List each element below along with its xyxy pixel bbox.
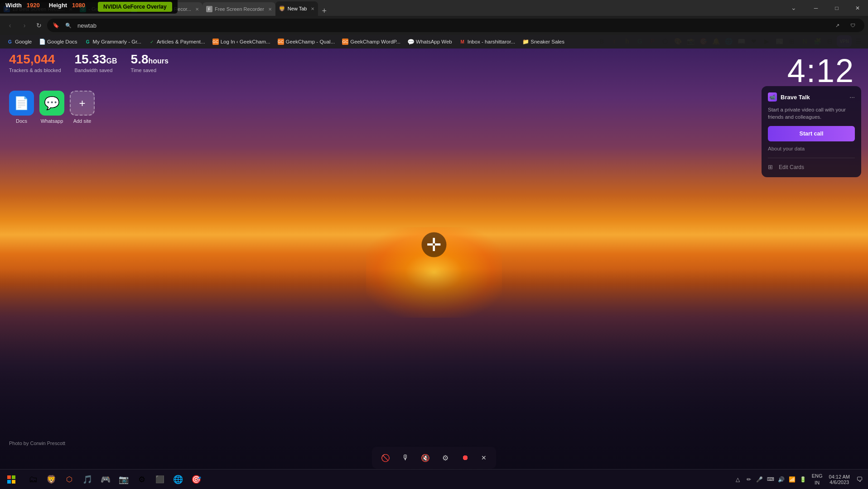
bookmark-geekchamp3[interactable]: GC GeekChamp WordP...: [339, 38, 404, 46]
spotify-taskbar[interactable]: 🎵: [79, 471, 96, 488]
share-icon: ↗: [831, 19, 844, 32]
bookmark-articles[interactable]: ✓ Articles & Payment...: [145, 38, 208, 46]
bookmark-whatsapp[interactable]: 💬 WhatsApp Web: [405, 38, 455, 46]
start-call-button[interactable]: Start call: [768, 126, 855, 141]
bookmark-grammarly[interactable]: G My Grammarly - Gr...: [82, 38, 145, 46]
brave-talk-title: Brave Talk: [781, 94, 810, 101]
chrome-taskbar[interactable]: 🌐: [169, 471, 187, 488]
bookmarks-bar: G Google 📄 Google Docs G My Grammarly - …: [0, 35, 868, 48]
record-button[interactable]: ⏺: [457, 450, 473, 466]
tab-overflow[interactable]: ⌄: [787, 1, 800, 14]
clock-display: 4:12: [787, 52, 854, 89]
bookmark-inbox[interactable]: M Inbox - harshittaror...: [456, 38, 518, 46]
reload-button[interactable]: ↻: [33, 19, 45, 32]
shortcut-docs[interactable]: 📄 Docs: [9, 91, 34, 124]
tray-pen[interactable]: ✏: [744, 474, 754, 484]
grammarly-favicon: G: [85, 39, 91, 45]
bandwidth-label: Bandwidth saved: [75, 68, 117, 73]
tab-3-close[interactable]: ✕: [195, 7, 199, 12]
bottom-toolbar: 🚫 🎙 🔇 ⚙ ⏺ ✕: [372, 447, 496, 469]
terminal-taskbar[interactable]: ⬛: [151, 471, 169, 488]
language-indicator[interactable]: ENG IN: [812, 473, 823, 486]
tab-5-active[interactable]: 🦁 New Tab ✕: [275, 1, 318, 16]
app3-taskbar[interactable]: ⬡: [61, 471, 78, 488]
photo-credit: Photo by Corwin Prescott: [9, 441, 65, 446]
google-favicon: G: [7, 39, 13, 45]
bookmark-inbox-label: Inbox - harshittaror...: [468, 39, 515, 44]
steam-taskbar[interactable]: 🎮: [97, 471, 114, 488]
edit-cards-row[interactable]: ⊞ Edit Cards: [768, 164, 855, 171]
taskbar-clock[interactable]: 04:12 AM 4/6/2023: [826, 474, 853, 485]
brave-taskbar[interactable]: 🦁: [43, 471, 60, 488]
tab-5-favicon: 🦁: [279, 5, 285, 12]
bandwidth-stat: 15.33GB Bandwidth saved: [75, 52, 117, 73]
brave-talk-card: 📹 Brave Talk ··· Start a private video c…: [762, 86, 861, 177]
bookmark-geekchamp2[interactable]: GC GeekChamp - Qual...: [275, 38, 338, 46]
right-panel: 📹 Brave Talk ··· Start a private video c…: [762, 86, 861, 177]
settings-taskbar[interactable]: ⚙: [133, 471, 150, 488]
trackers-label: Trackers & ads blocked: [9, 68, 61, 73]
xbox-taskbar[interactable]: 🎯: [188, 471, 205, 488]
mic-button[interactable]: 🎙: [397, 450, 414, 466]
tab-4[interactable]: F Free Screen Recorder ✕: [203, 2, 275, 16]
camera-taskbar[interactable]: 📷: [115, 471, 132, 488]
whatsapp-shortcut-label: Whatsapp: [41, 118, 63, 124]
bookmark-icon: 🔖: [53, 22, 59, 29]
bookmark-whatsapp-label: WhatsApp Web: [416, 39, 452, 44]
taskbar-time: 04:12 AM: [829, 474, 850, 479]
size-indicator: Width 1920 Height 1080 NVIDIA GeForce Ov…: [0, 0, 178, 14]
forward-button[interactable]: ›: [18, 19, 31, 32]
window-controls: ─ □ ✕: [805, 0, 868, 16]
start-button[interactable]: [0, 470, 23, 489]
shortcut-whatsapp[interactable]: 💬 Whatsapp: [39, 91, 64, 124]
tray-volume[interactable]: 🔊: [776, 474, 786, 484]
bookmark-google[interactable]: G Google: [4, 38, 35, 46]
panel-menu-button[interactable]: ···: [849, 93, 855, 101]
toolbar-close-button[interactable]: ✕: [477, 451, 491, 465]
tray-battery[interactable]: 🔋: [798, 474, 808, 484]
back-button[interactable]: ‹: [4, 19, 16, 32]
file-explorer-taskbar[interactable]: 🗂: [24, 471, 42, 488]
about-data-link[interactable]: About your data: [768, 146, 855, 151]
bookmark-geekchamp-login[interactable]: GC Log In ‹ GeekCham...: [209, 38, 274, 46]
tray-mic[interactable]: 🎤: [755, 474, 765, 484]
video-off-button[interactable]: 🚫: [377, 450, 394, 466]
width-value: 1920: [27, 2, 40, 9]
add-site-icon: +: [70, 91, 95, 116]
bookmark-docs[interactable]: 📄 Google Docs: [36, 38, 80, 46]
bookmark-sneaker[interactable]: 📁 Sneaker Sales: [519, 38, 568, 46]
tab-4-close[interactable]: ✕: [268, 7, 272, 12]
address-bar[interactable]: 🔖 🔍 newtab ↗ 🛡: [47, 19, 864, 32]
notification-icon[interactable]: 🗨: [854, 474, 864, 484]
move-cursor: ✛: [422, 232, 447, 257]
shortcut-add-site[interactable]: + Add site: [70, 91, 95, 124]
brave-talk-description: Start a private video call with your fri…: [768, 106, 855, 121]
tab-5-close[interactable]: ✕: [311, 6, 314, 11]
panel-header: 📹 Brave Talk ···: [768, 92, 855, 102]
speaker-button[interactable]: 🔇: [417, 450, 434, 466]
edit-cards-icon: ⊞: [768, 164, 775, 171]
bookmark-articles-label: Articles & Payment...: [157, 39, 205, 44]
close-button[interactable]: ✕: [847, 0, 868, 16]
gmail-favicon: M: [459, 39, 466, 45]
maximize-button[interactable]: □: [826, 0, 847, 16]
minimize-button[interactable]: ─: [805, 0, 826, 16]
height-label: Height 1080: [49, 2, 85, 12]
taskbar-right: △ ✏ 🎤 ⌨ 🔊 📶 🔋 ENG IN 04:12 AM 4/6/2023 🗨: [733, 473, 868, 486]
brave-talk-icon: 📹: [768, 92, 777, 102]
whatsapp-favicon: 💬: [408, 39, 414, 45]
tab-4-favicon: F: [206, 6, 212, 12]
shield-icon: 🛡: [846, 19, 859, 32]
search-icon: 🔍: [62, 19, 75, 32]
geekchamp1-favicon: GC: [212, 39, 219, 45]
settings-button[interactable]: ⚙: [437, 450, 453, 466]
svg-rect-3: [12, 480, 15, 484]
new-tab-button[interactable]: +: [318, 6, 330, 16]
tray-kb[interactable]: ⌨: [766, 474, 776, 484]
docs-shortcut-icon: 📄: [9, 91, 34, 116]
height-value: 1080: [72, 2, 85, 9]
tray-chevron[interactable]: △: [733, 474, 743, 484]
tray-wifi[interactable]: 📶: [787, 474, 797, 484]
tab-5-label: New Tab: [288, 6, 307, 11]
panel-title-row: 📹 Brave Talk: [768, 92, 810, 102]
